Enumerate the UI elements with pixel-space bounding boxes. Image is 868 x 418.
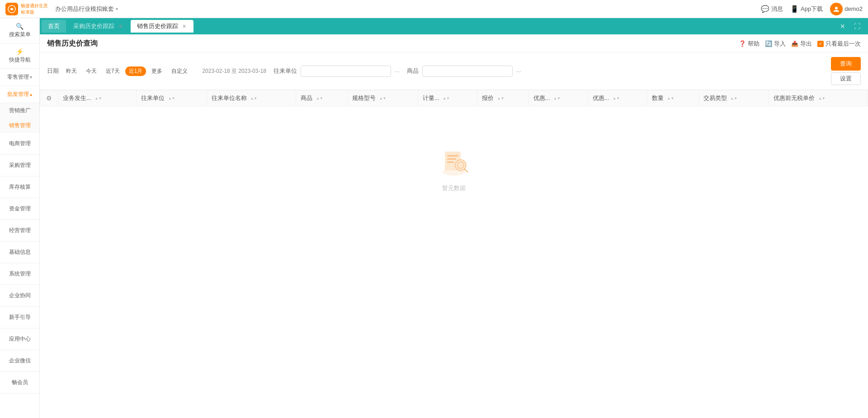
tab-home[interactable]: 首页 [42,20,66,33]
page-title: 销售历史价查询 [47,39,98,48]
svg-rect-4 [447,155,458,157]
svg-rect-5 [447,158,456,160]
col-product-label: 商品 [301,95,312,101]
date-range-display: 2023-02-18 至 2023-03-18 [198,67,266,75]
sort-icon-pre-discount-price[interactable]: ▲▼ [818,96,826,100]
search-menu-icon: 🔍 [16,23,24,30]
sort-icon-biz-date[interactable]: ▲▼ [94,96,102,100]
sidebar-item-sales-mgmt[interactable]: 销售管理 [0,118,39,133]
sort-icon-spec[interactable]: ▲▼ [379,96,387,100]
table-col-discount1: 优惠... ▲▼ [528,90,588,106]
sidebar-label-guide: 新手引导 [9,314,31,321]
sidebar-label-inventory: 库存核算 [9,183,31,191]
help-action[interactable]: ❓ 帮助 [739,40,760,48]
date-option-yesterday[interactable]: 昨天 [62,66,80,76]
date-option-today[interactable]: 今天 [82,66,100,76]
tab-purchase-history[interactable]: 采购历史价跟踪 ✕ [67,20,130,33]
date-option-1month[interactable]: 近1月 [125,66,146,76]
chevron-down-icon-retail: ▾ [30,75,32,80]
message-action[interactable]: 💬 消息 [761,5,783,13]
sidebar-item-sys-mgmt[interactable]: 系统管理 [0,263,39,285]
maximize-btn[interactable]: ⛶ [852,21,863,32]
product-dots[interactable]: ··· [516,68,521,75]
quick-nav-icon: ⚡ [16,48,24,55]
col-pre-discount-price-label: 优惠前无税单价 [774,95,815,101]
tab-purchase-history-close[interactable]: ✕ [117,23,123,29]
import-action[interactable]: 🔄 导入 [765,40,786,48]
only-last-checkbox[interactable]: ✓ 只看最后一次 [817,40,861,48]
sort-icon-price[interactable]: ▲▼ [497,96,505,100]
tab-sales-history-close[interactable]: ✕ [181,23,187,29]
col-unit-label: 计量... [423,95,439,101]
date-options: 昨天 今天 近7天 近1月 更多 自定义 [62,66,191,76]
sidebar-label-wholesale-mgmt: 批发管理 [7,90,29,98]
sort-icon-discount1[interactable]: ▲▼ [553,96,561,100]
user-action[interactable]: demo2 [830,3,863,15]
sidebar-item-finance[interactable]: 资金管理 [0,198,39,220]
sort-icon-qty[interactable]: ▲▼ [667,96,675,100]
table-col-spec: 规格型号 ▲▼ [348,90,418,106]
tab-bar: 首页 采购历史价跟踪 ✕ 销售历史价跟踪 ✕ ✕ ⛶ [40,18,868,34]
date-option-more[interactable]: 更多 [148,66,166,76]
sidebar-item-inventory[interactable]: 库存核算 [0,176,39,198]
sidebar-item-guide[interactable]: 新手引导 [0,307,39,328]
table-col-unit: 计量... ▲▼ [418,90,477,106]
sidebar-label-sales-mgmt: 销售管理 [9,122,31,129]
sidebar-item-collab[interactable]: 企业协同 [0,285,39,307]
date-option-custom[interactable]: 自定义 [168,66,191,76]
checkbox-checked-icon: ✓ [817,41,824,47]
data-table: ⚙ 业务发生... ▲▼ 往来单位 ▲▼ 往来单位名称 [40,90,868,106]
sidebar-item-app-center[interactable]: 应用中心 [0,328,39,350]
gear-icon[interactable]: ⚙ [46,95,52,102]
sort-icon-unit[interactable]: ▲▼ [443,96,450,100]
query-button[interactable]: 查询 [831,57,861,71]
help-label: 帮助 [748,40,760,48]
page-content: 销售历史价查询 ❓ 帮助 🔄 导入 📤 导出 ✓ [40,34,868,418]
partner-dots[interactable]: ··· [395,68,400,75]
filter-bar: 日期 昨天 今天 近7天 近1月 更多 自定义 2023-02-18 至 202… [40,52,868,90]
sort-icon-partner-name[interactable]: ▲▼ [250,96,257,100]
sidebar-item-ecommerce[interactable]: 电商管理 [0,133,39,155]
sidebar-item-operations[interactable]: 经营管理 [0,220,39,242]
product-input[interactable] [422,66,513,77]
product-label: 商品 [407,67,419,75]
sort-icon-trade-type[interactable]: ▲▼ [730,96,737,100]
tab-sales-history[interactable]: 销售历史价跟踪 ✕ [131,20,193,33]
sidebar-item-base-info[interactable]: 基础信息 [0,242,39,263]
col-spec-label: 规格型号 [352,95,376,101]
sort-icon-partner[interactable]: ▲▼ [168,96,175,100]
sidebar-item-member[interactable]: 畅会员 [0,372,39,394]
export-action[interactable]: 📤 导出 [791,40,812,48]
table-col-qty: 数量 ▲▼ [647,90,698,106]
table-col-biz-date: 业务发生... ▲▼ [58,90,137,106]
sort-icon-discount2[interactable]: ▲▼ [613,96,620,100]
table-container: ⚙ 业务发生... ▲▼ 往来单位 ▲▼ 往来单位名称 [40,90,868,418]
date-option-7days[interactable]: 近7天 [102,66,123,76]
sidebar-item-marketing[interactable]: 营销推广 [0,103,39,118]
message-icon: 💬 [761,5,769,13]
sidebar-label-ecommerce: 电商管理 [9,140,31,147]
svg-rect-6 [447,162,454,163]
tab-home-label: 首页 [48,22,60,30]
sidebar-item-wholesale-mgmt[interactable]: 批发管理 ▴ [0,86,39,103]
sidebar-label-search-menu: 搜索菜单 [9,31,31,38]
filter-actions: 查询 设置 [831,57,861,85]
page-header: 销售历史价查询 ❓ 帮助 🔄 导入 📤 导出 ✓ [40,34,868,52]
partner-input[interactable] [301,66,391,77]
sidebar-item-retail-mgmt[interactable]: 零售管理 ▾ [0,69,39,86]
sidebar-item-quick-nav[interactable]: ⚡ 快捷导航 [0,43,39,69]
sort-icon-product[interactable]: ▲▼ [316,96,323,100]
sidebar-item-search-menu[interactable]: 🔍 搜索菜单 [0,18,39,43]
sidebar-item-wechat-work[interactable]: 企业微信 [0,350,39,372]
table-col-discount2: 优惠... ▲▼ [588,90,647,106]
sidebar-label-sys-mgmt: 系统管理 [9,270,31,278]
settings-button[interactable]: 设置 [831,72,861,85]
svg-point-1 [835,7,838,10]
sidebar-item-purchase[interactable]: 采购管理 [0,155,39,176]
app-selector[interactable]: 办公用品行业模拟账套 ▾ [52,3,122,15]
download-icon: 📱 [790,5,799,13]
import-icon: 🔄 [765,40,772,47]
close-tab-btn[interactable]: ✕ [837,21,848,32]
app-download-action[interactable]: 📱 App下载 [790,5,823,13]
date-range-text: 2023-02-18 至 2023-03-18 [202,67,266,75]
